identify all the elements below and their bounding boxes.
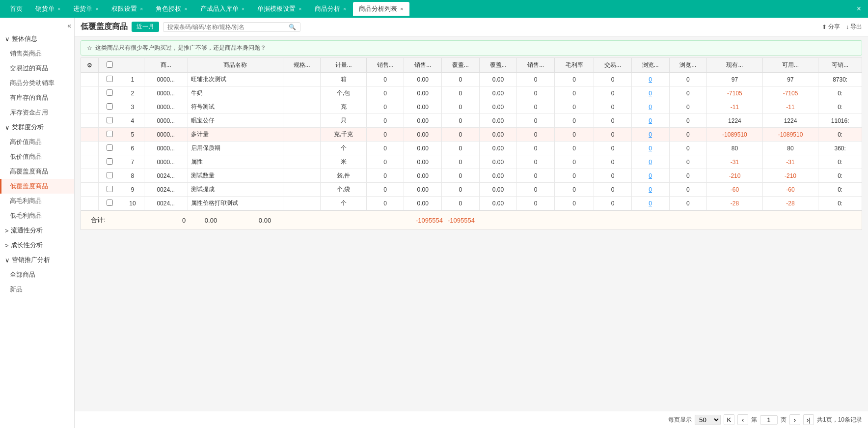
cell-checkbox[interactable]	[98, 155, 121, 169]
col-settings[interactable]: ⚙	[81, 58, 99, 73]
sidebar-section-marketing[interactable]: ∨ 营销推广分析	[0, 253, 74, 267]
share-button[interactable]: ⬆ 分享	[822, 23, 840, 31]
close-tab-purchase-order[interactable]: ×	[95, 6, 98, 12]
cell-checkbox[interactable]	[98, 114, 121, 128]
cell-browse1[interactable]: 0	[631, 114, 669, 128]
tab-product-analysis-list[interactable]: 商品分析列表 ×	[353, 2, 409, 16]
close-tab-analysis-list[interactable]: ×	[400, 6, 403, 12]
cell-checkbox[interactable]	[98, 183, 121, 197]
cell-browse1[interactable]: 0	[631, 183, 669, 197]
row-checkbox[interactable]	[107, 117, 113, 123]
tab-template-settings[interactable]: 单据模板设置 ×	[251, 2, 307, 16]
cell-browse1[interactable]: 0	[631, 86, 669, 100]
footer-available: -1095554	[445, 215, 477, 226]
next-page-btn[interactable]: ›	[789, 414, 800, 425]
data-table: ⚙ 商... 商品名称 规格... 计量... 销售... 销售... 覆盖..…	[81, 57, 862, 210]
first-page-btn[interactable]: K	[724, 414, 734, 425]
sidebar-collapse-btn[interactable]: «	[67, 22, 71, 29]
cell-available: -11	[762, 100, 818, 114]
last-page-btn[interactable]: ›|	[803, 414, 814, 425]
page-number-input[interactable]	[760, 415, 778, 425]
sidebar-section-growth[interactable]: > 成长性分析	[0, 238, 74, 253]
cell-current: 97	[707, 73, 763, 86]
close-tab-role-auth[interactable]: ×	[184, 6, 187, 12]
tab-purchase-order[interactable]: 进货单 ×	[67, 2, 104, 16]
close-all-tabs[interactable]: ×	[854, 4, 864, 13]
cell-sales-amt: 0.00	[404, 86, 442, 100]
sidebar-item-all-goods[interactable]: 全部商品	[0, 267, 74, 282]
row-checkbox[interactable]	[107, 186, 113, 192]
cell-browse1[interactable]: 0	[631, 169, 669, 183]
sidebar-item-low-value[interactable]: 低价值商品	[0, 149, 74, 164]
cell-current: -28	[707, 197, 763, 210]
cell-browse1[interactable]: 0	[631, 155, 669, 169]
tab-role-auth[interactable]: 角色授权 ×	[150, 2, 193, 16]
tab-sales-order[interactable]: 销货单 ×	[29, 2, 66, 16]
settings-icon[interactable]: ⚙	[87, 62, 92, 69]
cell-code: 0000...	[144, 142, 188, 155]
tab-product-entry[interactable]: 产成品入库单 ×	[194, 2, 250, 16]
close-tab-product-entry[interactable]: ×	[242, 6, 244, 12]
sidebar-item-new-goods[interactable]: 新品	[0, 282, 74, 297]
col-checkbox-header[interactable]	[98, 58, 121, 73]
row-checkbox[interactable]	[107, 131, 113, 137]
sidebar-item-high-margin[interactable]: 高毛利商品	[0, 194, 74, 208]
cell-checkbox[interactable]	[98, 73, 121, 86]
cell-checkbox[interactable]	[98, 197, 121, 210]
prev-page-btn[interactable]: ‹	[737, 414, 748, 425]
cell-browse1[interactable]: 0	[631, 128, 669, 142]
cell-unit: 米	[321, 155, 366, 169]
cell-checkbox[interactable]	[98, 142, 121, 155]
cell-sales2: 0	[517, 183, 555, 197]
search-icon[interactable]: 🔍	[289, 24, 296, 30]
cell-checkbox[interactable]	[98, 128, 121, 142]
close-tab-template[interactable]: ×	[298, 6, 301, 12]
cell-browse1[interactable]: 0	[631, 73, 669, 86]
sidebar-section-overview[interactable]: ∨ 整体信息	[0, 31, 74, 46]
row-checkbox[interactable]	[107, 89, 113, 96]
sidebar-section-cluster[interactable]: ∨ 类群度分析	[0, 120, 74, 135]
cell-browse1[interactable]: 0	[631, 100, 669, 114]
close-tab-sales-order[interactable]: ×	[57, 6, 60, 12]
row-checkbox[interactable]	[107, 172, 113, 178]
col-name: 商品名称	[188, 58, 283, 73]
sidebar-item-stocked-goods[interactable]: 有库存的商品	[0, 90, 74, 105]
search-input[interactable]	[167, 24, 287, 30]
table-wrapper[interactable]: ⚙ 商... 商品名称 规格... 计量... 销售... 销售... 覆盖..…	[81, 57, 862, 411]
cell-sales-amt: 0.00	[404, 100, 442, 114]
sidebar-item-low-margin[interactable]: 低毛利商品	[0, 208, 74, 223]
chevron-icon-4: >	[5, 242, 9, 249]
sidebar-item-sales-goods[interactable]: 销售类商品	[0, 46, 74, 61]
cell-browse1[interactable]: 0	[631, 142, 669, 155]
tab-product-analysis[interactable]: 商品分析 ×	[309, 2, 352, 16]
row-checkbox[interactable]	[107, 200, 113, 206]
period-button[interactable]: 近一月	[132, 22, 159, 32]
tab-permission-settings[interactable]: 权限设置 ×	[106, 2, 149, 16]
cell-checkbox[interactable]	[98, 86, 121, 100]
row-checkbox[interactable]	[107, 144, 113, 151]
cell-cover1: 0	[442, 114, 480, 128]
cell-checkbox[interactable]	[98, 100, 121, 114]
sidebar-item-high-value[interactable]: 高价值商品	[0, 135, 74, 149]
sidebar-item-low-coverage[interactable]: 低覆盖度商品	[0, 179, 74, 194]
cell-browse1[interactable]: 0	[631, 197, 669, 210]
cell-name: 牛奶	[188, 86, 283, 100]
tab-home[interactable]: 首页	[4, 2, 28, 16]
sidebar-item-traded-goods[interactable]: 交易过的商品	[0, 61, 74, 76]
cell-sales-qty: 0	[366, 128, 404, 142]
select-all-checkbox[interactable]	[107, 61, 113, 68]
sidebar-item-inventory-fund[interactable]: 库存资金占用	[0, 105, 74, 120]
cell-name: 属性价格打印测试	[188, 197, 283, 210]
row-checkbox[interactable]	[107, 103, 113, 110]
sidebar-item-category-rate[interactable]: 商品分类动销率	[0, 76, 74, 90]
row-checkbox[interactable]	[107, 158, 113, 165]
cell-checkbox[interactable]	[98, 169, 121, 183]
sidebar-item-high-coverage[interactable]: 高覆盖度商品	[0, 164, 74, 179]
per-page-select[interactable]: 50 20 100	[695, 415, 721, 425]
sidebar-section-circulation[interactable]: > 流通性分析	[0, 223, 74, 238]
close-tab-analysis[interactable]: ×	[343, 6, 346, 12]
table-row: 8 0024... 测试数量 袋,件 0 0.00 0 0.00 0 0 0 0…	[81, 169, 862, 183]
row-checkbox[interactable]	[107, 76, 113, 82]
export-button[interactable]: ↓ 导出	[846, 23, 862, 31]
close-tab-permission[interactable]: ×	[140, 6, 143, 12]
